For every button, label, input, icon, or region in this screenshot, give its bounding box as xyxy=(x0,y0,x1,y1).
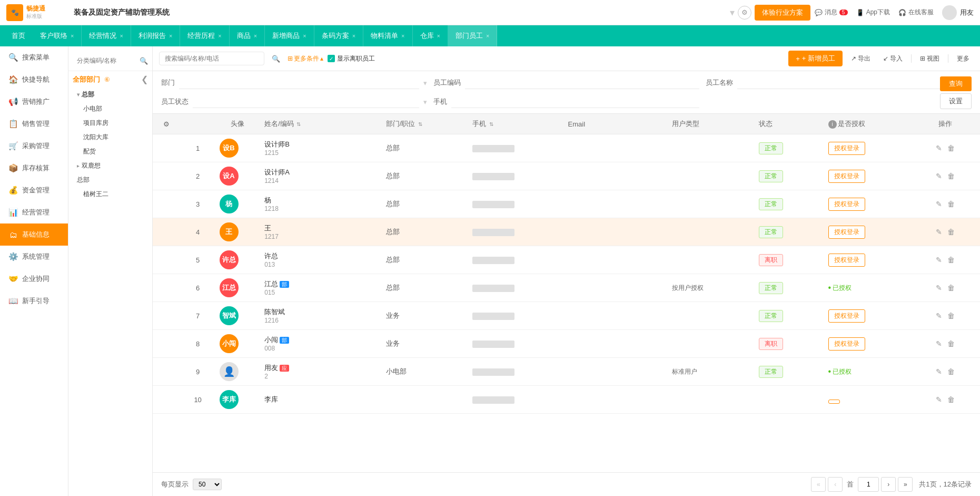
app-download-btn[interactable]: 📱 App下载 xyxy=(856,8,890,17)
edit-icon[interactable]: ✎ xyxy=(934,143,944,153)
tab-close-icon[interactable]: × xyxy=(303,33,306,39)
tab-add-goods[interactable]: 新增商品 × xyxy=(265,25,314,46)
sidebar-item-purchase[interactable]: 🛒 采购管理 xyxy=(0,135,68,157)
settings-icon[interactable]: ⚙ xyxy=(738,6,751,20)
dept-node-hq[interactable]: ▾ 总部 xyxy=(73,87,152,102)
sidebar-item-guide[interactable]: 📖 新手引导 xyxy=(0,290,68,312)
dept-node-slx[interactable]: ▸ 双鹿想 xyxy=(73,159,152,173)
auth-button[interactable]: 授权登录 xyxy=(828,142,865,155)
status-select[interactable] xyxy=(193,95,419,108)
sidebar-item-inventory[interactable]: 📦 库存核算 xyxy=(0,157,68,179)
sidebar-item-basic[interactable]: 🗂 基础信息 xyxy=(0,223,68,246)
next-page-btn[interactable]: › xyxy=(881,477,896,492)
edit-icon[interactable]: ✎ xyxy=(934,199,944,209)
dept-search-icon[interactable]: 🔍 xyxy=(140,57,148,65)
prev-page-btn[interactable]: ‹ xyxy=(828,477,843,492)
import-button[interactable]: ↙ 导入 xyxy=(879,52,907,65)
tab-close-icon[interactable]: × xyxy=(437,33,440,39)
tab-warehouse[interactable]: 仓库 × xyxy=(413,25,448,46)
sidebar-item-corp[interactable]: 🤝 企业协同 xyxy=(0,268,68,290)
tab-close-icon[interactable]: × xyxy=(352,33,355,39)
tab-close-icon[interactable]: × xyxy=(120,33,123,39)
tab-close-icon[interactable]: × xyxy=(169,33,172,39)
collapse-btn[interactable]: ❮ xyxy=(141,74,148,84)
reset-button[interactable]: 设置 xyxy=(940,93,972,109)
auth-button[interactable]: 授权登录 xyxy=(828,198,865,211)
edit-icon[interactable]: ✎ xyxy=(934,338,944,349)
dept-node-ph[interactable]: 配货 xyxy=(73,144,152,159)
edit-icon[interactable]: ✎ xyxy=(934,310,944,321)
edit-icon[interactable]: ✎ xyxy=(934,283,944,293)
col-header-dept[interactable]: 部门/职位 ⇅ xyxy=(382,114,469,134)
delete-icon[interactable]: 🗑 xyxy=(946,338,956,349)
tab-close-icon[interactable]: × xyxy=(486,33,489,39)
col-settings[interactable]: ⚙ xyxy=(153,114,181,134)
chevron-down-icon[interactable]: ▾ xyxy=(730,7,735,18)
online-service-btn[interactable]: 🎧 在线客服 xyxy=(898,8,934,17)
dept-node-sydl[interactable]: 沈阳大库 xyxy=(73,130,152,144)
emp-code-input[interactable] xyxy=(465,76,699,89)
tab-close-icon[interactable]: × xyxy=(71,33,74,39)
tab-close-icon[interactable]: × xyxy=(254,33,257,39)
edit-icon[interactable]: ✎ xyxy=(934,394,944,405)
first-page-btn[interactable]: « xyxy=(811,477,826,492)
page-number-input[interactable] xyxy=(858,477,879,492)
auth-button[interactable]: 授权登录 xyxy=(828,226,865,239)
page-size-select[interactable]: 50 100 xyxy=(193,479,222,490)
delete-icon[interactable]: 🗑 xyxy=(946,227,956,237)
sidebar-item-marketing[interactable]: 📢 营销推广 xyxy=(0,91,68,113)
edit-icon[interactable]: ✎ xyxy=(934,255,944,265)
tab-bom[interactable]: 物料清单 × xyxy=(363,25,412,46)
sidebar-item-system[interactable]: ⚙️ 系统管理 xyxy=(0,246,68,268)
dept-header[interactable]: 全部部门 ⑥ ❮ xyxy=(68,71,152,87)
dept-node-xdb[interactable]: 小电部 xyxy=(73,102,152,116)
add-employee-button[interactable]: + + 新增员工 xyxy=(788,51,843,66)
auth-button[interactable]: 授权登录 xyxy=(828,254,865,267)
user-area[interactable]: 用友 xyxy=(942,5,974,20)
edit-icon[interactable]: ✎ xyxy=(934,227,944,237)
delete-icon[interactable]: 🗑 xyxy=(946,143,956,153)
tab-close-icon[interactable]: × xyxy=(401,33,404,39)
tab-employees[interactable]: 部门员工 × xyxy=(448,25,497,46)
tab-home[interactable]: 首页 xyxy=(4,25,33,46)
auth-button[interactable]: 授权登录 xyxy=(828,337,865,351)
dept-select[interactable] xyxy=(179,76,419,89)
auth-button[interactable]: 授权登录 xyxy=(828,170,865,183)
tab-operations[interactable]: 经营情况 × xyxy=(82,25,131,46)
export-button[interactable]: ↗ 导出 xyxy=(847,52,875,65)
tab-customer[interactable]: 客户联络 × xyxy=(33,25,82,46)
dept-node-zb2[interactable]: 总部 xyxy=(73,173,152,187)
more-button[interactable]: 更多 xyxy=(953,52,974,65)
auth-button[interactable]: 授权登录 xyxy=(828,309,865,323)
view-button[interactable]: ⊞ 视图 xyxy=(916,52,944,65)
tab-goods[interactable]: 商品 × xyxy=(230,25,265,46)
tab-barcode[interactable]: 条码方案 × xyxy=(314,25,363,46)
dept-search-input[interactable] xyxy=(73,54,137,67)
tab-profit[interactable]: 利润报告 × xyxy=(131,25,180,46)
experience-button[interactable]: 体验行业方案 xyxy=(755,5,810,21)
tab-close-icon[interactable]: × xyxy=(218,33,221,39)
edit-icon[interactable]: ✎ xyxy=(934,366,944,377)
delete-icon[interactable]: 🗑 xyxy=(946,310,956,321)
sidebar-item-ops[interactable]: 📊 经营管理 xyxy=(0,201,68,223)
dept-node-xmkf[interactable]: 项目库房 xyxy=(73,116,152,130)
auth-button[interactable] xyxy=(828,400,840,404)
delete-icon[interactable]: 🗑 xyxy=(946,283,956,293)
delete-icon[interactable]: 🗑 xyxy=(946,199,956,209)
tab-history[interactable]: 经营历程 × xyxy=(180,25,229,46)
last-page-btn[interactable]: » xyxy=(898,477,913,492)
sidebar-item-quicknav[interactable]: 🏠 快捷导航 xyxy=(0,69,68,91)
delete-icon[interactable]: 🗑 xyxy=(946,255,956,265)
col-header-name[interactable]: 姓名/编码 ⇅ xyxy=(260,114,382,134)
dept-node-zswe[interactable]: 植树王二 xyxy=(73,187,152,201)
sidebar-item-search[interactable]: 🔍 搜索菜单 xyxy=(0,46,68,69)
sidebar-item-finance[interactable]: 💰 资金管理 xyxy=(0,179,68,201)
search-input[interactable] xyxy=(159,52,264,65)
more-filters-btn[interactable]: ⊞ 更多条件 ▴ xyxy=(288,54,323,63)
delete-icon[interactable]: 🗑 xyxy=(946,366,956,377)
delete-icon[interactable]: 🗑 xyxy=(946,171,956,181)
delete-icon[interactable]: 🗑 xyxy=(946,394,956,405)
message-btn[interactable]: 💬 消息 5 xyxy=(815,8,848,17)
col-header-phone[interactable]: 手机 ⇅ xyxy=(468,114,563,134)
search-button[interactable]: 🔍 xyxy=(269,51,283,66)
